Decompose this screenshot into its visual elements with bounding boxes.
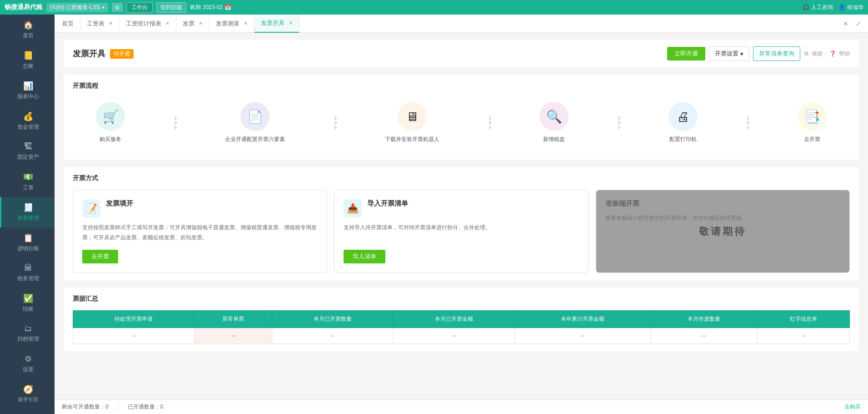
customer-service-button[interactable]: 🎧 人工咨询	[803, 4, 833, 11]
billing-card-manual-fill-header: 📝 发票填开	[82, 199, 317, 217]
tab-label-salary-table: 工资表	[87, 20, 105, 28]
workspace-button[interactable]: 工作台	[126, 2, 153, 13]
process-step-issue-invoice[interactable]: 📑 去开票	[798, 102, 827, 143]
sidebar-item-purchase[interactable]: 📋 进销台账	[0, 227, 55, 258]
process-step-buy-service[interactable]: 🛒 购买服务	[96, 102, 125, 143]
config-enterprise-icon: 📄	[240, 102, 269, 131]
summary-val-year-amount: --	[515, 328, 650, 344]
sidebar-label-ledger: 总账	[23, 62, 34, 70]
tab-bar-actions: ✕ ⤢	[841, 19, 863, 28]
help-icon[interactable]: ❓	[829, 50, 836, 57]
tab-invoice-calc[interactable]: 发票测算 ✕	[210, 15, 254, 33]
summary-col-year-amount: 本年累计开票金额	[515, 311, 650, 328]
tab-close-invoice-calc[interactable]: ✕	[244, 21, 248, 26]
arrow-3	[488, 117, 491, 129]
page-title: 发票开具	[73, 48, 105, 59]
sidebar-item-ledger[interactable]: 📒 总账	[0, 45, 55, 76]
close-all-tabs-icon[interactable]: ✕	[841, 19, 851, 28]
arrow-4	[617, 117, 620, 129]
summary-col-pending: 待处理开票申请	[73, 311, 195, 328]
top-bar: 畅捷通易代账 (勾到) 江西服查-LSS ▾ ⧉ 工作台 切到旧版 账期 202…	[0, 0, 868, 15]
chevron-down-icon: ▾	[102, 5, 105, 10]
tab-invoice-issue[interactable]: 发票开具 ✕	[254, 15, 299, 33]
go-issue-button[interactable]: 去开票	[82, 250, 118, 263]
sidebar-item-reports[interactable]: 📊 报表中心	[0, 76, 55, 106]
restore-icon[interactable]: ⤢	[853, 19, 863, 28]
company-selector[interactable]: (勾到) 江西服查-LSS ▾	[46, 3, 108, 12]
bottom-bar: 剩余可开通数量：0 | 已开通数量：0 去购买	[55, 399, 868, 414]
process-flow: 🛒 购买服务 📄 企业开通配置开票六要素 🖥	[73, 97, 850, 152]
import-list-button[interactable]: 导入清单	[344, 250, 385, 263]
summary-title: 票据汇总	[73, 295, 850, 303]
summary-table-row: -- -- -- -- -- -- --	[73, 328, 850, 344]
immediate-open-button[interactable]: 立即开通	[667, 47, 705, 61]
copy-icon[interactable]: ⧉	[112, 3, 123, 12]
summary-table: 待处理开票申请 异常单票 本月已开票数量 本月已开票金额 本年累计开票金额 本月…	[73, 310, 850, 344]
process-flow-section: 开票流程 🛒 购买服务 📄 企业开通配置开票六要素	[64, 75, 859, 160]
sidebar-item-funds[interactable]: 💰 资金管理	[0, 106, 55, 136]
summary-val-red-info: --	[757, 328, 849, 344]
sidebar-bottom: 🧭 新手引导 👑 畅会员 ⬇ ⬇取消固定	[0, 379, 55, 414]
summary-col-month-count: 本月已开票数量	[272, 311, 394, 328]
process-step-config-printer[interactable]: 🖨 配置打印机	[668, 102, 698, 143]
tab-close-salary-table[interactable]: ✕	[109, 21, 113, 26]
top-bar-icon-buttons: ⧉	[112, 3, 123, 12]
sidebar-label-reconcile: 结账	[23, 305, 34, 313]
issue-invoice-label: 去开票	[804, 136, 820, 143]
manual-fill-title: 发票填开	[106, 199, 133, 208]
config-enterprise-label: 企业开通配置开票六要素	[225, 136, 285, 143]
sidebar-item-salary[interactable]: 💵 工资	[0, 167, 55, 197]
arrow-5	[746, 117, 749, 129]
process-step-add-taxbox[interactable]: 🔍 新增税盘	[539, 102, 569, 143]
tab-invoice-list[interactable]: 发票 ✕	[176, 15, 210, 33]
sidebar-item-member[interactable]: 👑 畅会员	[0, 409, 55, 414]
calendar-icon[interactable]: 📅	[224, 4, 231, 10]
sidebar-item-assets[interactable]: 🏗 固定资产	[0, 136, 55, 167]
sidebar-item-settings[interactable]: ⚙ 设置	[0, 348, 55, 379]
sidebar-item-home[interactable]: 🏠 首页	[0, 15, 55, 45]
issue-invoice-icon: 📑	[798, 102, 827, 131]
sidebar-item-archive[interactable]: 🗂 归档管理	[0, 318, 55, 348]
add-taxbox-label: 新增税盘	[543, 136, 565, 143]
tab-label-home: 首页	[62, 20, 74, 28]
boss-invoice-overlay: 敬请期待	[596, 190, 849, 273]
summary-col-abnormal: 异常单票	[194, 311, 272, 328]
tab-salary-stats[interactable]: 工资统计报表 ✕	[120, 15, 176, 33]
config-printer-label: 配置打印机	[669, 136, 697, 143]
billing-methods-section: 开票方式 📝 发票填开 支持按照发票样式手工填写开发票；可开具增值税电子普通发票…	[64, 167, 859, 280]
process-step-download-robot[interactable]: 🖥 下载并安装开票机器人	[385, 102, 439, 143]
ledger-icon: 📒	[23, 50, 33, 61]
sidebar-label-newbie: 新手引导	[18, 396, 38, 403]
tab-label-invoice-calc: 发票测算	[216, 20, 239, 28]
summary-table-header: 待处理开票申请 异常单票 本月已开票数量 本月已开票金额 本年累计开票金额 本月…	[73, 311, 850, 328]
user-menu[interactable]: 👤 徐滋华	[838, 4, 863, 11]
process-step-config-enterprise[interactable]: 📄 企业开通配置开票六要素	[225, 102, 285, 143]
funds-icon: 💰	[23, 111, 33, 121]
old-version-button[interactable]: 切到旧版	[156, 2, 186, 13]
process-flow-title: 开票流程	[73, 82, 850, 90]
billing-card-manual-fill: 📝 发票填开 支持按照发票样式手工填写开发票；可开具增值税电子普通发票、增值税普…	[73, 190, 327, 273]
sidebar-item-reconcile[interactable]: ✅ 结账	[0, 288, 55, 318]
abnormal-query-button[interactable]: 异常清单查询	[753, 46, 800, 61]
settings-icon[interactable]: ⚙	[804, 50, 809, 57]
sidebar-label-funds: 资金管理	[17, 123, 39, 131]
salary-icon: 💵	[23, 172, 33, 182]
headset-icon: 🎧	[803, 4, 809, 10]
sidebar-item-tax[interactable]: 🏛 税务管理	[0, 258, 55, 288]
username-label: 徐滋华	[847, 4, 863, 11]
tab-close-salary-stats[interactable]: ✕	[165, 21, 170, 26]
tab-close-invoice-list[interactable]: ✕	[199, 21, 203, 26]
sidebar-label-archive: 归档管理	[17, 335, 39, 343]
reports-icon: 📊	[23, 81, 33, 91]
summary-col-red-info: 红字信息单	[757, 311, 849, 328]
sidebar-label-settings: 设置	[23, 366, 34, 374]
open-settings-button[interactable]: 开票设置 ▾	[709, 46, 749, 61]
tab-close-invoice-issue[interactable]: ✕	[289, 20, 293, 25]
manual-fill-footer: 去开票	[82, 250, 317, 263]
sidebar-item-invoice[interactable]: 🧾 发票管理	[0, 197, 55, 227]
tab-salary-table[interactable]: 工资表 ✕	[80, 15, 120, 33]
tab-home[interactable]: 首页	[59, 15, 80, 33]
sidebar-item-newbie[interactable]: 🧭 新手引导	[0, 379, 55, 409]
top-bar-left: 畅捷通易代账 (勾到) 江西服查-LSS ▾ ⧉ 工作台 切到旧版 账期 202…	[5, 2, 231, 13]
buy-link[interactable]: 去购买	[844, 403, 861, 411]
